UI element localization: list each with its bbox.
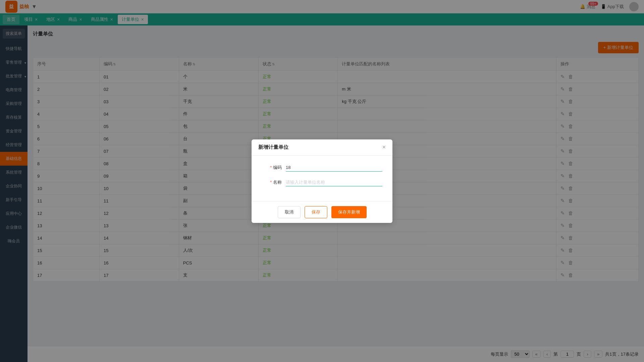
save-button[interactable]: 保存 xyxy=(305,206,327,218)
form-row-name: 名称 xyxy=(262,178,382,186)
code-input[interactable] xyxy=(286,164,382,172)
form-row-code: 编码 xyxy=(262,164,382,172)
name-label: 名称 xyxy=(262,179,282,185)
modal-close-button[interactable]: × xyxy=(382,144,386,150)
modal-body: 编码 名称 xyxy=(252,156,392,201)
modal-header: 新增计量单位 × xyxy=(252,139,392,156)
code-label: 编码 xyxy=(262,165,282,171)
modal-title: 新增计量单位 xyxy=(258,144,288,150)
name-input[interactable] xyxy=(286,178,382,186)
modal-footer: 取消 保存 保存并新增 xyxy=(252,201,392,223)
cancel-button[interactable]: 取消 xyxy=(278,206,301,218)
modal-overlay[interactable]: 新增计量单位 × 编码 名称 取消 保存 保存并新增 xyxy=(0,0,644,362)
add-unit-modal: 新增计量单位 × 编码 名称 取消 保存 保存并新增 xyxy=(252,139,392,223)
save-and-new-button[interactable]: 保存并新增 xyxy=(331,206,367,218)
